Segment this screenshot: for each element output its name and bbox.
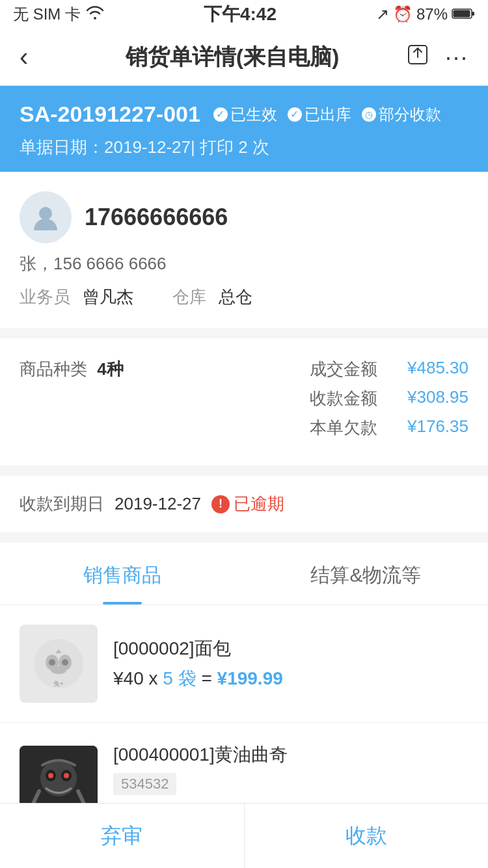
- svg-point-4: [39, 207, 52, 220]
- alarm-icon: ⏰: [393, 5, 413, 23]
- tabs-row: 销售商品 结算&物流等: [0, 543, 488, 605]
- product-price: ¥40 x 5 袋 = ¥199.99: [113, 666, 468, 691]
- status-time: 下午4:42: [204, 2, 277, 27]
- customer-section: 17666666666 张，156 6666 6666 业务员 曾凡杰 仓库 总…: [0, 172, 488, 328]
- product-name: [0000002]面包: [113, 636, 468, 661]
- badge-shipped: ✓ 已出库: [288, 104, 351, 125]
- due-section: 收款到期日 2019-12-27 ! 已逾期: [0, 476, 488, 532]
- cancel-review-button[interactable]: 弃审: [0, 804, 245, 868]
- summary-section: 商品种类 4种 成交金额 ¥485.30 收款金额 ¥308.95 本单欠款 ¥…: [0, 338, 488, 465]
- summary-right: 成交金额 ¥485.30 收款金额 ¥308.95 本单欠款 ¥176.35: [310, 358, 468, 446]
- svg-point-16: [48, 773, 53, 778]
- svg-point-9: [62, 659, 68, 666]
- tabs-section: 销售商品 结算&物流等: [0, 543, 488, 605]
- summary-left: 商品种类 4种: [20, 358, 124, 387]
- more-icon[interactable]: ···: [445, 44, 468, 71]
- product-info: [0000002]面包 ¥40 x 5 袋 = ¥199.99: [113, 636, 468, 691]
- debt-row: 本单欠款 ¥176.35: [310, 416, 468, 439]
- tab-sales[interactable]: 销售商品: [0, 543, 244, 604]
- customer-meta: 业务员 曾凡杰 仓库 总仓: [20, 286, 468, 308]
- svg-text:兔+: 兔+: [53, 680, 64, 687]
- nav-actions: ···: [406, 43, 468, 72]
- order-id: SA-20191227-001: [20, 102, 200, 127]
- amount-row: 成交金额 ¥485.30: [310, 358, 468, 381]
- warehouse-field: 仓库 总仓: [172, 286, 252, 308]
- battery-icon: [452, 5, 475, 23]
- salesman-field: 业务员 曾凡杰: [20, 286, 133, 308]
- bottom-bar: 弃审 收款: [0, 803, 488, 868]
- overdue-icon: !: [211, 495, 230, 513]
- status-right: ↗ ⏰ 87%: [376, 5, 475, 23]
- list-item: 兔+ [0000002]面包 ¥40 x 5 袋 = ¥199.99: [0, 605, 488, 723]
- page-title: 销货单详情(来自电脑): [59, 42, 406, 72]
- svg-point-17: [64, 773, 69, 778]
- location-icon: ↗: [376, 5, 389, 23]
- avatar: [20, 191, 72, 243]
- collect-payment-button[interactable]: 收款: [245, 804, 489, 868]
- status-bar: 无 SIM 卡 下午4:42 ↗ ⏰ 87%: [0, 0, 488, 29]
- back-button[interactable]: ‹: [20, 42, 59, 72]
- status-left: 无 SIM 卡: [13, 4, 104, 25]
- status-badges: ✓ 已生效 ✓ 已出库 ◷ 部分收款: [213, 104, 441, 125]
- battery-level: 87%: [416, 5, 448, 23]
- customer-name-phone: 张，156 6666 6666: [20, 252, 468, 275]
- svg-rect-2: [453, 10, 470, 18]
- overdue-badge: ! 已逾期: [211, 493, 284, 515]
- svg-rect-1: [472, 12, 474, 16]
- customer-phone: 17666666666: [85, 204, 228, 231]
- order-date: 单据日期：2019-12-27| 打印 2 次: [20, 136, 468, 159]
- svg-point-13: [40, 760, 77, 796]
- tab-settle[interactable]: 结算&物流等: [244, 543, 488, 604]
- svg-point-10: [51, 666, 66, 674]
- product-name: [000400001]黄油曲奇: [113, 742, 468, 767]
- svg-point-8: [49, 659, 55, 666]
- badge-effective: ✓ 已生效: [213, 104, 277, 125]
- product-thumbnail: 兔+: [20, 625, 98, 703]
- nav-bar: ‹ 销货单详情(来自电脑) ···: [0, 29, 488, 86]
- order-header: SA-20191227-001 ✓ 已生效 ✓ 已出库 ◷ 部分收款 单据日期：…: [0, 86, 488, 172]
- wifi-icon: [86, 5, 104, 23]
- received-row: 收款金额 ¥308.95: [310, 387, 468, 410]
- sim-status: 无 SIM 卡: [13, 4, 81, 25]
- product-tag: 534532: [113, 773, 176, 795]
- badge-partial: ◷ 部分收款: [362, 104, 441, 125]
- share-icon[interactable]: [406, 43, 429, 72]
